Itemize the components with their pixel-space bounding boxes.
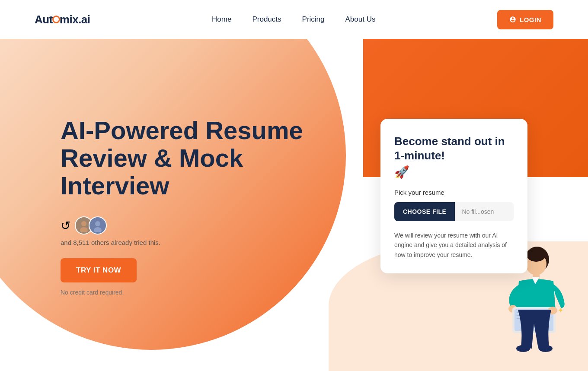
svg-point-1 [80,227,88,232]
nav-link-about[interactable]: About Us [345,15,376,23]
users-count-text: and 8,511 others already tried this. [61,239,320,246]
nav-link-home[interactable]: Home [212,15,231,23]
nav-link-pricing[interactable]: Pricing [302,15,325,23]
svg-point-6 [527,249,546,262]
svg-point-15 [516,345,530,352]
logo[interactable]: Autmix.ai [35,13,90,26]
nav-item-products[interactable]: Products [252,15,281,24]
nav-item-pricing[interactable]: Pricing [302,15,325,24]
logo-o-icon [52,16,60,23]
try-it-now-button[interactable]: TRY IT NOW [61,258,137,282]
nav-link-products[interactable]: Products [252,15,281,23]
pick-resume-label: Pick your resume [394,189,514,196]
hero-section: AI-Powered Resume Review & Mock Intervie… [0,39,588,371]
card-title: Become stand out in 1-minute! [394,134,514,162]
file-name-display: No fil...osen [455,202,514,221]
hero-title: AI-Powered Resume Review & Mock Intervie… [61,117,320,199]
choose-file-button[interactable]: CHOOSE FILE [394,202,455,221]
login-icon [509,16,516,23]
navbar: Autmix.ai Home Products Pricing About Us… [0,0,588,39]
svg-point-16 [539,345,553,352]
hero-content: AI-Powered Resume Review & Mock Intervie… [61,117,320,296]
nav-links: Home Products Pricing About Us [212,15,375,24]
nav-item-home[interactable]: Home [212,15,231,24]
nav-item-about[interactable]: About Us [345,15,376,24]
card-description: We will review your resume with our AI e… [394,231,514,260]
user-avatars: ↺ [61,216,320,235]
resume-card: Become stand out in 1-minute! 🚀 Pick you… [380,119,527,273]
svg-point-3 [94,227,102,232]
svg-point-2 [95,221,100,226]
login-button[interactable]: LOGIN [497,10,553,29]
file-input-row: CHOOSE FILE No fil...osen [394,202,514,221]
avatar-group [75,216,107,235]
svg-text:✦: ✦ [558,307,563,314]
no-credit-text: No credit card required. [61,289,124,296]
swirl-icon: ↺ [61,219,70,233]
svg-point-0 [81,221,86,226]
avatar-2 [89,216,107,235]
rocket-icon: 🚀 [394,165,514,179]
